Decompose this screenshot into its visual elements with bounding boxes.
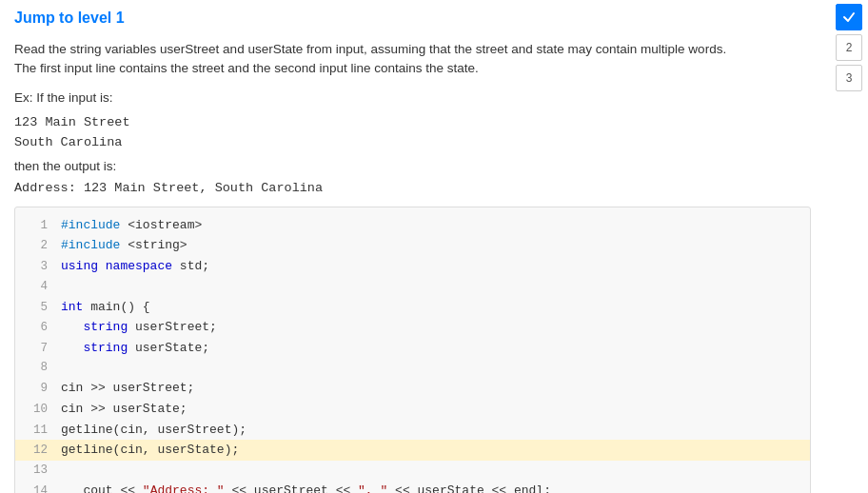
- description-text: Read the string variables userStreet and…: [14, 40, 811, 79]
- line-content-3: using namespace std;: [61, 256, 209, 276]
- line-content-2: #include <string>: [61, 235, 187, 255]
- level-btn-2[interactable]: 2: [836, 34, 862, 61]
- level-btn-2-label: 2: [846, 41, 853, 54]
- line-content-9: cin >> userStreet;: [61, 378, 194, 398]
- example-input-line-2: South Carolina: [14, 132, 811, 153]
- code-line-4: 4: [15, 277, 810, 297]
- code-line-8: 8: [15, 358, 810, 378]
- sidebar: 2 3: [830, 0, 868, 95]
- line-num-14: 14: [25, 482, 48, 493]
- line-num-3: 3: [25, 257, 48, 277]
- line-num-6: 6: [25, 318, 48, 338]
- level-btn-3[interactable]: 3: [836, 65, 862, 91]
- code-line-3: 3 using namespace std;: [15, 256, 810, 277]
- line-content-7: string userState;: [61, 338, 209, 358]
- level-btn-1[interactable]: [836, 4, 862, 30]
- code-line-6: 6 string userStreet;: [15, 317, 810, 338]
- code-line-5: 5 int main() {: [15, 297, 810, 318]
- line-num-1: 1: [25, 216, 48, 236]
- line-content-14: cout << "Address: " << userStreet << ", …: [61, 481, 551, 493]
- line-num-13: 13: [25, 461, 48, 481]
- code-line-11: 11 getline(cin, userStreet);: [15, 420, 810, 441]
- line-content-10: cin >> userState;: [61, 399, 187, 419]
- line-content-1: #include <iostream>: [61, 215, 202, 235]
- line-content-6: string userStreet;: [61, 317, 217, 337]
- line-num-2: 2: [25, 236, 48, 256]
- code-line-14: 14 cout << "Address: " << userStreet << …: [15, 481, 810, 493]
- example-input: 123 Main Street South Carolina: [14, 112, 811, 153]
- example-input-line-1: 123 Main Street: [14, 112, 811, 133]
- line-num-11: 11: [25, 421, 48, 441]
- example-output-line: Address: 123 Main Street, South Carolina: [14, 181, 811, 195]
- code-line-13: 13: [15, 461, 810, 481]
- example-label: Ex: If the input is:: [14, 90, 811, 105]
- code-line-9: 9 cin >> userStreet;: [15, 378, 810, 399]
- code-editor[interactable]: 1 #include <iostream> 2 #include <string…: [14, 207, 811, 493]
- then-output-label: then the output is:: [14, 159, 811, 173]
- code-line-10: 10 cin >> userState;: [15, 399, 810, 420]
- jump-to-level[interactable]: Jump to level 1: [14, 10, 811, 27]
- line-content-5: int main() {: [61, 297, 150, 317]
- checkmark-icon: [842, 10, 856, 24]
- line-num-5: 5: [25, 298, 48, 318]
- line-num-12: 12: [25, 441, 48, 461]
- code-line-1: 1 #include <iostream>: [15, 215, 810, 236]
- level-btn-3-label: 3: [846, 71, 853, 85]
- line-content-11: getline(cin, userStreet);: [61, 420, 247, 440]
- code-line-7: 7 string userState;: [15, 338, 810, 359]
- line-num-7: 7: [25, 339, 48, 359]
- line-content-12: getline(cin, userState);: [61, 440, 239, 460]
- line-num-8: 8: [25, 358, 48, 378]
- line-num-4: 4: [25, 277, 48, 297]
- code-line-2: 2 #include <string>: [15, 235, 810, 256]
- line-num-10: 10: [25, 400, 48, 420]
- line-num-9: 9: [25, 379, 48, 399]
- code-line-12: 12 getline(cin, userState);: [15, 440, 810, 461]
- main-content: Jump to level 1 Read the string variable…: [0, 0, 825, 493]
